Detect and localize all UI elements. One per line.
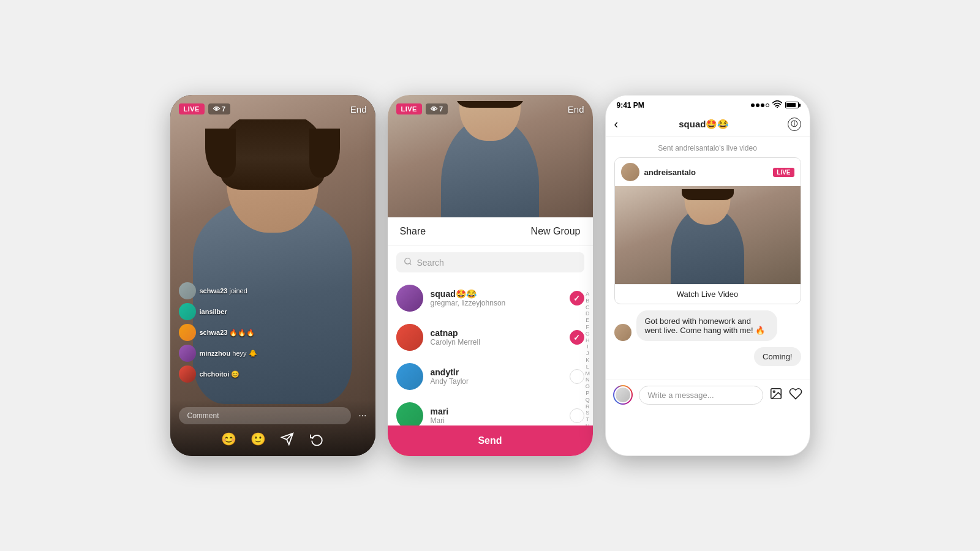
comments-overlay: schwa23 joined iansilber schwa23 🔥🔥🔥 xyxy=(179,282,257,383)
comment-username-4: chchoitoi xyxy=(200,370,230,378)
live-badge-card: LIVE xyxy=(773,168,794,177)
comment-avatar-3 xyxy=(179,345,196,362)
contact-info-squad: squad🤩😂 gregmar, lizzeyjohnson xyxy=(431,289,562,307)
contact-check-andytlr[interactable] xyxy=(570,369,584,384)
send-button[interactable]: Send xyxy=(388,425,593,456)
sender-avatar xyxy=(614,324,631,341)
battery-fill xyxy=(786,103,796,107)
viewer-badge-p1: 👁 7 xyxy=(208,103,230,114)
signal-dot-4 xyxy=(766,103,769,107)
live-badge-p1: LIVE xyxy=(179,103,205,114)
contact-info-catnap: catnap Carolyn Merrell xyxy=(431,328,562,347)
phone1-bottom-bar: Comment ··· 😊 🙂 xyxy=(170,400,375,456)
chat-input-bar: Write a message... xyxy=(606,380,810,410)
thumbnail-person xyxy=(615,189,801,284)
svg-point-0 xyxy=(404,258,410,264)
chat-input[interactable]: Write a message... xyxy=(639,386,763,405)
comment-input-row: Comment ··· xyxy=(179,407,367,424)
comment-avatar-4 xyxy=(179,365,196,383)
contact-avatar-squad xyxy=(396,285,423,312)
contact-item-andytlr[interactable]: andytlr Andy Taylor xyxy=(388,357,593,396)
sent-bubble: Coming! xyxy=(754,347,801,366)
emoji-icon[interactable]: 😊 xyxy=(219,429,238,449)
status-bar: 9:41 PM xyxy=(606,96,810,112)
phone2-body xyxy=(441,116,539,217)
search-icon xyxy=(404,257,412,268)
svg-point-1 xyxy=(777,107,778,108)
viewer-count-p2: 7 xyxy=(439,105,443,113)
image-icon[interactable] xyxy=(769,387,783,403)
comment-avatar-0 xyxy=(179,282,196,299)
viewer-badge-p2: 👁 7 xyxy=(426,103,448,114)
phone3-chat: 9:41 PM xyxy=(605,95,810,456)
sent-label: Sent andreisantalo's live video xyxy=(614,144,801,152)
share-icon[interactable] xyxy=(307,429,326,449)
comment-username-0: schwa23 xyxy=(200,287,228,294)
eye-icon: 👁 xyxy=(213,105,220,113)
contact-item-squad[interactable]: squad🤩😂 gregmar, lizzeyjohnson ✓ xyxy=(388,279,593,318)
end-button-p2[interactable]: End xyxy=(568,104,584,114)
contact-check-squad[interactable]: ✓ xyxy=(570,291,584,305)
video-card-footer[interactable]: Watch Live Video xyxy=(615,284,801,304)
signal-dot-1 xyxy=(751,103,755,107)
video-card-avatar xyxy=(621,163,639,181)
thumbnail-body xyxy=(671,206,744,285)
phone1-top-left: LIVE 👁 7 xyxy=(179,103,231,114)
more-options-button[interactable]: ··· xyxy=(358,410,366,421)
comment-input[interactable]: Comment xyxy=(179,407,352,424)
reaction-icon[interactable]: 🙂 xyxy=(248,429,268,449)
alphabet-sidebar: A B C D E F G H I J K L M N O P Q R S T … xyxy=(585,291,590,419)
contact-item-catnap[interactable]: catnap Carolyn Merrell ✓ xyxy=(388,318,593,357)
video-card-top: andreisantalo LIVE xyxy=(615,158,801,186)
send-icon[interactable] xyxy=(277,429,297,449)
thumbnail-face xyxy=(685,189,731,225)
contact-name-squad: squad🤩😂 xyxy=(431,289,562,299)
back-button[interactable]: ‹ xyxy=(614,117,619,131)
contact-info-andytlr: andytlr Andy Taylor xyxy=(431,367,562,386)
contact-name-catnap: catnap xyxy=(431,328,562,338)
search-input[interactable]: Search xyxy=(417,258,444,268)
search-bar[interactable]: Search xyxy=(396,252,584,272)
info-button[interactable]: ⓘ xyxy=(788,118,801,131)
end-button-p1[interactable]: End xyxy=(350,104,367,114)
phone2-share-dialog: LIVE 👁 7 End Share New Group Search xyxy=(388,95,593,456)
comment-text-1: iansilber xyxy=(200,308,227,315)
chat-body: Sent andreisantalo's live video andreisa… xyxy=(606,137,810,380)
comment-username-2: schwa23 xyxy=(200,329,228,336)
chat-header: ‹ squad🤩😂 ⓘ xyxy=(606,112,810,137)
contact-name-andytlr: andytlr xyxy=(431,367,562,377)
action-icons-row: 😊 🙂 xyxy=(179,429,367,449)
phone1-live-stream: LIVE 👁 7 End schwa23 joined xyxy=(170,95,375,456)
sent-message-row: Coming! xyxy=(614,347,801,366)
comment-username-1: iansilber xyxy=(200,308,227,315)
contact-sub-andytlr: Andy Taylor xyxy=(431,377,562,386)
checkmark-squad: ✓ xyxy=(573,294,580,303)
signal-dot-2 xyxy=(756,103,760,107)
received-message: Got bored with homework and went live. C… xyxy=(614,310,801,341)
contact-check-mari[interactable] xyxy=(570,408,584,423)
comment-item-2: schwa23 🔥🔥🔥 xyxy=(179,324,257,341)
user-avatar-ring xyxy=(613,385,633,405)
comment-avatar-1 xyxy=(179,303,196,320)
contact-avatar-andytlr xyxy=(396,363,423,390)
contact-info-mari: mari Mari xyxy=(431,407,562,425)
scene: LIVE 👁 7 End schwa23 joined xyxy=(123,95,858,456)
status-time: 9:41 PM xyxy=(617,101,644,110)
received-bubble: Got bored with homework and went live. C… xyxy=(636,310,777,341)
checkmark-catnap: ✓ xyxy=(573,333,580,342)
new-group-title[interactable]: New Group xyxy=(531,226,581,237)
heart-icon[interactable] xyxy=(789,387,802,403)
contact-sub-mari: Mari xyxy=(431,416,562,425)
chat-title: squad🤩😂 xyxy=(625,119,782,130)
comment-text-3: minzzhou heyy 🐥 xyxy=(200,350,257,358)
battery-icon xyxy=(785,102,799,108)
phone2-top-left: LIVE 👁 7 xyxy=(396,103,448,114)
comment-text-4: chchoitoi 😊 xyxy=(200,370,240,378)
video-card-username: andreisantalo xyxy=(644,168,769,177)
video-card[interactable]: andreisantalo LIVE Watch Live Video xyxy=(614,157,801,304)
share-header: Share New Group xyxy=(388,217,593,246)
user-avatar-pic xyxy=(616,388,630,402)
live-badge-p2: LIVE xyxy=(396,103,422,114)
contact-sub-squad: gregmar, lizzeyjohnson xyxy=(431,299,562,307)
contact-check-catnap[interactable]: ✓ xyxy=(570,330,584,345)
